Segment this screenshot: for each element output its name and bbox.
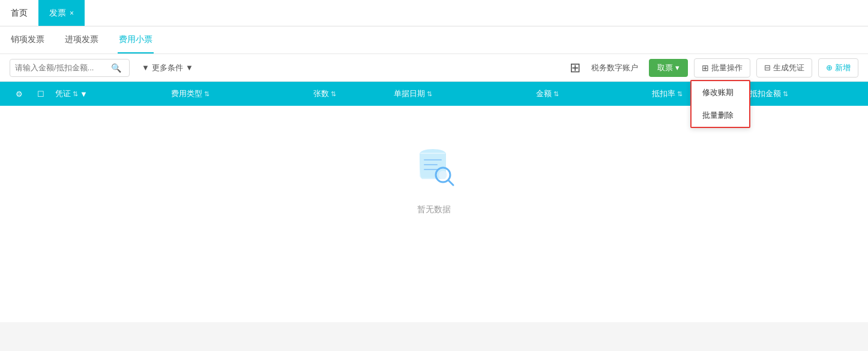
th-date[interactable]: 单据日期 ⇅: [389, 88, 531, 99]
th-deduct-amount-label: 抵扣金额: [750, 88, 781, 99]
search-input[interactable]: [15, 63, 111, 72]
filter-button[interactable]: ▼ 更多条件 ▼: [137, 60, 198, 76]
date-sort-icon: ⇅: [427, 90, 432, 98]
take-invoice-button[interactable]: 取票 ▾: [649, 59, 688, 77]
th-count[interactable]: 张数 ⇅: [309, 88, 389, 99]
sub-nav-item-purchase[interactable]: 进项发票: [64, 26, 100, 53]
th-voucher[interactable]: 凭证 ⇅ ▼: [50, 88, 166, 99]
batch-icon: ⊞: [702, 63, 709, 73]
search-icon[interactable]: 🔍: [111, 63, 121, 73]
th-date-label: 单据日期: [394, 88, 425, 99]
empty-illustration: [404, 142, 464, 196]
deduct-amount-sort-icon: ⇅: [783, 90, 788, 98]
gear-icon: ⚙: [16, 90, 23, 99]
invoice-tab[interactable]: 发票 ×: [38, 0, 85, 26]
voucher-filter-icon: ▼: [80, 90, 88, 99]
modify-period-item[interactable]: 修改账期: [692, 81, 749, 104]
filter-icon: ▼: [142, 63, 149, 72]
toolbar: 🔍 ▼ 更多条件 ▼ ⊞ 税务数字账户 取票 ▾ ⊞ 批量操作 修改账期 批量删…: [0, 54, 868, 82]
th-count-label: 张数: [313, 88, 329, 99]
sub-nav-item-sales[interactable]: 销项发票: [10, 26, 46, 53]
th-check[interactable]: ☐: [31, 90, 50, 99]
th-expense[interactable]: 费用类型 ⇅: [166, 88, 309, 99]
top-nav: 首页 发票 ×: [0, 0, 868, 26]
add-button[interactable]: ⊕ 新增: [818, 58, 858, 78]
checkbox-icon: ☐: [37, 90, 44, 99]
sub-nav-item-expense[interactable]: 费用小票: [118, 26, 154, 53]
tax-digital-account-button[interactable]: 税务数字账户: [586, 60, 643, 76]
search-input-wrap[interactable]: 🔍: [10, 59, 130, 77]
amount-sort-icon: ⇅: [553, 90, 559, 98]
empty-text: 暂无数据: [417, 204, 451, 215]
qr-icon[interactable]: ⊞: [570, 60, 580, 76]
th-deduct-rate-label: 抵扣率: [652, 88, 675, 99]
take-invoice-label: 取票: [657, 63, 673, 73]
count-sort-icon: ⇅: [331, 90, 336, 98]
gen-voucher-label: 生成凭证: [773, 63, 804, 73]
batch-label: 批量操作: [711, 63, 743, 73]
th-deduct-amount[interactable]: 抵扣金额 ⇅: [745, 88, 861, 99]
toolbar-left: 🔍 ▼ 更多条件 ▼: [10, 59, 564, 77]
toolbar-right: ⊞ 税务数字账户 取票 ▾ ⊞ 批量操作 修改账期 批量删除 ⊟ 生成凭证 ⊕ …: [570, 58, 858, 78]
add-label: 新增: [835, 63, 851, 73]
take-invoice-drop-icon: ▾: [675, 63, 680, 72]
th-expense-label: 费用类型: [171, 88, 202, 99]
filter-label: 更多条件: [152, 63, 183, 73]
batch-delete-item[interactable]: 批量删除: [692, 104, 749, 127]
batch-dropdown-menu: 修改账期 批量删除: [690, 80, 750, 128]
th-amount[interactable]: 金额 ⇅: [531, 88, 647, 99]
filter-arrow-icon: ▼: [185, 63, 193, 72]
svg-point-6: [439, 171, 447, 179]
svg-line-7: [448, 180, 453, 185]
batch-operation-container: ⊞ 批量操作 修改账期 批量删除: [694, 58, 750, 78]
th-voucher-label: 凭证: [55, 88, 71, 99]
add-icon: ⊕: [826, 63, 833, 72]
th-amount-label: 金额: [536, 88, 552, 99]
gen-voucher-icon: ⊟: [764, 63, 771, 72]
sub-nav: 销项发票 进项发票 费用小票: [0, 26, 868, 54]
home-tab[interactable]: 首页: [0, 0, 38, 26]
voucher-sort-icon: ⇅: [73, 90, 78, 98]
deduct-rate-sort-icon: ⇅: [677, 90, 683, 98]
invoice-tab-label: 发票: [49, 8, 66, 19]
batch-operation-button[interactable]: ⊞ 批量操作: [694, 58, 750, 78]
close-icon[interactable]: ×: [70, 9, 74, 17]
gen-voucher-button[interactable]: ⊟ 生成凭证: [756, 58, 812, 78]
th-gear[interactable]: ⚙: [7, 90, 31, 99]
expense-sort-icon: ⇅: [204, 90, 209, 98]
